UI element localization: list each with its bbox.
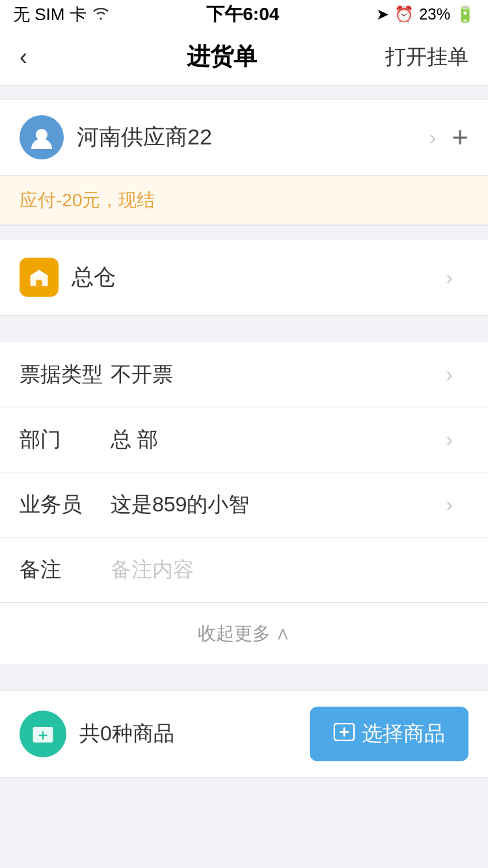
status-indicators: ➤ ⏰ 23% 🔋 (376, 5, 475, 23)
nav-bar: ‹ 进货单 打开挂单 (0, 29, 488, 86)
salesperson-label: 业务员 (20, 491, 111, 519)
open-pending-button[interactable]: 打开挂单 (385, 43, 468, 72)
notice-text: 应付-20元，现结 (20, 190, 155, 210)
supplier-chevron-icon: › (429, 126, 437, 150)
form-row-department[interactable]: 部门 总 部 › (0, 407, 488, 472)
gap-3 (0, 316, 488, 329)
bottom-bar: 共0种商品 选择商品 (0, 690, 488, 778)
invoice-type-value: 不开票 (111, 360, 446, 389)
form-section: 票据类型 不开票 › 部门 总 部 › 业务员 这是859的小智 › 备注 备注… (0, 342, 488, 664)
supplier-section: 河南供应商22 › + 应付-20元，现结 (0, 99, 488, 226)
remark-value[interactable]: 备注内容 (111, 556, 468, 584)
gap-4 (0, 664, 488, 677)
warehouse-row[interactable]: 总仓 › (0, 239, 488, 316)
salesperson-chevron-icon: › (446, 493, 453, 517)
warehouse-icon (20, 258, 59, 297)
form-row-remark[interactable]: 备注 备注内容 (0, 537, 488, 603)
status-time: 下午6:04 (206, 2, 279, 27)
form-row-salesperson[interactable]: 业务员 这是859的小智 › (0, 472, 488, 537)
supplier-avatar (20, 115, 64, 159)
warehouse-chevron-icon: › (446, 265, 453, 290)
alarm-icon: ⏰ (394, 5, 414, 23)
department-chevron-icon: › (446, 427, 453, 452)
department-label: 部门 (20, 426, 111, 454)
back-button[interactable]: ‹ (20, 44, 59, 71)
collapse-button[interactable]: 收起更多 ∧ (198, 621, 291, 646)
status-carrier-wifi: 无 SIM 卡 (13, 3, 110, 26)
select-product-button[interactable]: 选择商品 (310, 707, 468, 761)
supplier-row[interactable]: 河南供应商22 › + (0, 100, 488, 176)
product-icon (20, 711, 66, 757)
remark-label: 备注 (20, 556, 111, 584)
battery-text: 23% (419, 5, 450, 23)
svg-rect-1 (36, 280, 42, 286)
wifi-icon (92, 5, 110, 25)
invoice-type-label: 票据类型 (20, 360, 111, 389)
add-supplier-button[interactable]: + (452, 123, 468, 152)
background-filler (0, 778, 488, 868)
invoice-type-chevron-icon: › (446, 362, 453, 387)
collapse-row[interactable]: 收起更多 ∧ (0, 603, 488, 664)
status-bar: 无 SIM 卡 下午6:04 ➤ ⏰ 23% 🔋 (0, 0, 488, 29)
department-value: 总 部 (111, 426, 446, 454)
location-icon: ➤ (376, 5, 389, 23)
select-product-icon (333, 722, 355, 746)
salesperson-value: 这是859的小智 (111, 491, 446, 519)
carrier-text: 无 SIM 卡 (13, 3, 87, 26)
select-product-label: 选择商品 (362, 720, 445, 748)
supplier-name: 河南供应商22 (77, 122, 429, 152)
warehouse-section: 总仓 › (0, 239, 488, 316)
gap-2 (0, 226, 488, 239)
notice-banner: 应付-20元，现结 (0, 176, 488, 225)
warehouse-name: 总仓 (72, 262, 446, 292)
gap-1 (0, 86, 488, 99)
page-title: 进货单 (187, 41, 257, 73)
battery-icon: 🔋 (455, 5, 475, 23)
form-row-invoice-type[interactable]: 票据类型 不开票 › (0, 342, 488, 407)
product-count: 共0种商品 (79, 720, 310, 748)
